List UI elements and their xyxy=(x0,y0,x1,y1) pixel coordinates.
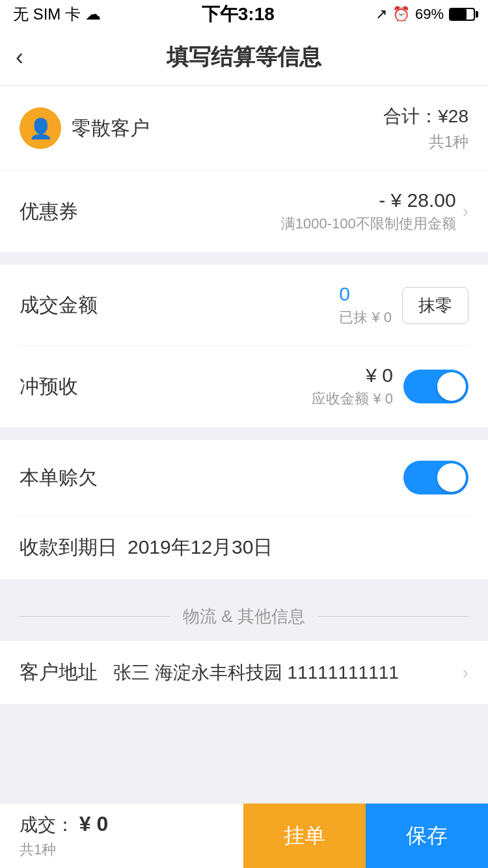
status-time: 下午3:18 xyxy=(202,2,275,27)
logistics-line-left xyxy=(20,616,170,617)
customer-total: 合计：¥28 xyxy=(383,104,468,129)
prepay-label: 冲预收 xyxy=(20,373,78,400)
logistics-label: 物流 & 其他信息 xyxy=(183,605,305,628)
transaction-section: 成交金额 0 已抹 ¥ 0 抹零 冲预收 ¥ 0 应收金额 ¥ 0 xyxy=(0,265,488,427)
coupon-label: 优惠券 xyxy=(20,198,78,225)
debt-section: 本单赊欠 收款到期日 2019年12月30日 xyxy=(0,440,488,579)
transaction-amount: 0 xyxy=(339,283,392,305)
transaction-right: 0 已抹 ¥ 0 抹零 xyxy=(339,283,468,327)
due-date-row: 收款到期日 2019年12月30日 xyxy=(20,516,468,579)
debt-row: 本单赊欠 xyxy=(20,440,468,516)
logistics-header: 物流 & 其他信息 xyxy=(0,592,488,641)
round-button[interactable]: 抹零 xyxy=(402,287,468,324)
customer-name: 零散客户 xyxy=(72,115,150,142)
customer-info: 👤 零散客户 xyxy=(20,107,150,149)
deducted-label: 已抹 ¥ 0 xyxy=(339,308,392,327)
transaction-amount-wrap: 0 已抹 ¥ 0 xyxy=(339,283,392,327)
customer-row: 👤 零散客户 合计：¥28 共1种 xyxy=(0,86,488,170)
status-left: 无 SIM 卡 ☁ xyxy=(13,4,101,25)
customer-avatar: 👤 xyxy=(20,107,61,149)
divider-2 xyxy=(0,427,488,440)
address-section: 客户地址 张三 海淀永丰科技园 11111111111 › xyxy=(0,641,488,704)
customer-totals: 合计：¥28 共1种 xyxy=(383,104,468,152)
status-bar: 无 SIM 卡 ☁ 下午3:18 ↗ ⏰ 69% xyxy=(0,0,488,29)
coupon-description: 满1000-100不限制使用金额 xyxy=(281,214,456,234)
divider-3 xyxy=(0,579,488,592)
due-date-label: 收款到期日 xyxy=(20,534,117,561)
address-value: 张三 海淀永丰科技园 11111111111 xyxy=(113,660,447,685)
prepay-receivable: 应收金额 ¥ 0 xyxy=(312,389,393,409)
prepay-amount: ¥ 0 xyxy=(312,364,393,387)
customer-section: 👤 零散客户 合计：¥28 共1种 优惠券 - ¥ 28.00 满1000-10… xyxy=(0,86,488,252)
save-button[interactable]: 保存 xyxy=(366,804,488,869)
coupon-right: - ¥ 28.00 满1000-100不限制使用金额 › xyxy=(281,189,468,234)
chevron-right-icon: › xyxy=(463,201,468,222)
battery-icon xyxy=(449,8,475,21)
alarm-icon: ⏰ xyxy=(392,6,410,23)
due-date-value: 2019年12月30日 xyxy=(128,534,273,561)
coupon-info: - ¥ 28.00 满1000-100不限制使用金额 xyxy=(281,189,456,234)
back-button[interactable]: ‹ xyxy=(16,44,23,71)
bottom-deal-amount: ¥ 0 xyxy=(79,812,108,835)
prepay-row: 冲预收 ¥ 0 应收金额 ¥ 0 xyxy=(20,346,468,427)
avatar-icon: 👤 xyxy=(29,117,53,140)
hang-button[interactable]: 挂单 xyxy=(243,804,366,869)
logistics-line-right xyxy=(318,616,468,617)
coupon-discount: - ¥ 28.00 xyxy=(281,189,456,211)
debt-label: 本单赊欠 xyxy=(20,465,98,491)
battery-percent: 69% xyxy=(415,6,444,23)
address-chevron-icon: › xyxy=(463,662,468,683)
address-row[interactable]: 客户地址 张三 海淀永丰科技园 11111111111 › xyxy=(20,641,468,704)
prepay-amount-wrap: ¥ 0 应收金额 ¥ 0 xyxy=(312,364,393,409)
coupon-row[interactable]: 优惠券 - ¥ 28.00 满1000-100不限制使用金额 › xyxy=(0,170,488,252)
prepay-right: ¥ 0 应收金额 ¥ 0 xyxy=(312,364,468,409)
status-right: ↗ ⏰ 69% xyxy=(375,6,475,23)
sim-status: 无 SIM 卡 ☁ xyxy=(13,4,101,25)
bottom-deal-row: 成交： ¥ 0 xyxy=(20,812,224,837)
content: 👤 零散客户 合计：¥28 共1种 优惠券 - ¥ 28.00 满1000-10… xyxy=(0,86,488,868)
bottom-deal-label: 成交： xyxy=(20,815,74,835)
page-title: 填写结算等信息 xyxy=(167,42,321,72)
transaction-label: 成交金额 xyxy=(20,292,98,319)
location-icon: ↗ xyxy=(375,6,387,23)
bottom-count: 共1种 xyxy=(20,840,224,860)
customer-count: 共1种 xyxy=(383,131,468,152)
debt-toggle[interactable] xyxy=(403,461,468,495)
divider-1 xyxy=(0,252,488,265)
bottom-summary: 成交： ¥ 0 共1种 xyxy=(0,812,243,860)
address-label: 客户地址 xyxy=(20,659,98,686)
transaction-row: 成交金额 0 已抹 ¥ 0 抹零 xyxy=(20,265,468,346)
bottom-bar: 成交： ¥ 0 共1种 挂单 保存 xyxy=(0,803,488,868)
nav-bar: ‹ 填写结算等信息 xyxy=(0,29,488,86)
prepay-toggle[interactable] xyxy=(403,370,468,403)
